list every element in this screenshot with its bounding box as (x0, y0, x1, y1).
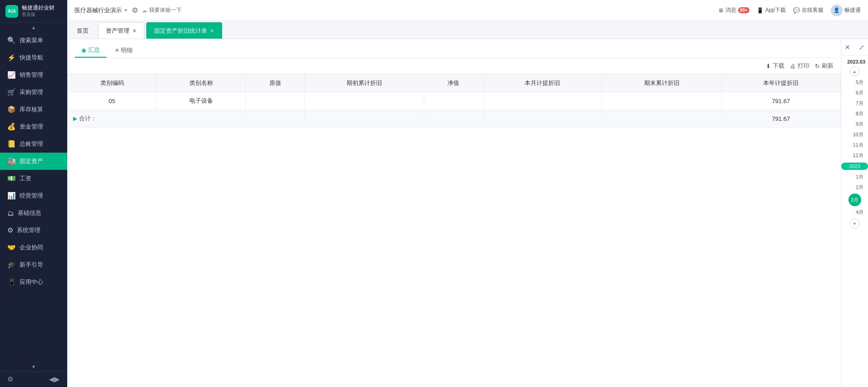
timeline-month-8[interactable]: 8月 (841, 109, 868, 119)
summary-tab-label: 汇总 (88, 46, 100, 54)
sidebar-item-ledger[interactable]: 📒 总账管理 (0, 135, 67, 153)
table-row: 05 电子设备 791.67 (68, 92, 841, 110)
timeline-year-badge[interactable]: 2023 (841, 163, 868, 170)
total-expand-icon[interactable]: ▶ (73, 115, 77, 122)
sidebar-nav: 🔍 搜索菜单 ⚡ 快捷导航 📈 销售管理 🛒 采购管理 📦 库存核算 💰 资金管… (0, 32, 67, 362)
notification-badge: 99+ (738, 7, 749, 13)
timeline-month-2[interactable]: 2月 (841, 182, 868, 193)
app-download-btn[interactable]: 📱 App下载 (757, 6, 786, 14)
user-menu[interactable]: 👤 畅捷通 (831, 5, 861, 16)
total-row: ▶ 合计： 791.67 (68, 110, 841, 128)
avatar: 👤 (831, 5, 843, 16)
sidebar: AtA 畅捷通好业财 普及版 ▲ 🔍 搜索菜单 ⚡ 快捷导航 📈 销售管理 🛒 … (0, 0, 67, 387)
sidebar-item-app-center[interactable]: 📱 应用中心 (0, 273, 67, 291)
timeline-month-4[interactable]: 4月 (841, 207, 868, 218)
sidebar-item-operations[interactable]: 📊 经营管理 (0, 187, 67, 204)
company-selector[interactable]: 医疗器械行业演示 ▼ (74, 6, 128, 15)
panel-close-icon[interactable]: ✕ (845, 44, 850, 51)
timeline-month-9[interactable]: 9月 (841, 119, 868, 129)
asset-tab-close-icon[interactable]: ✕ (132, 28, 137, 34)
sidebar-scroll-up[interactable]: ▲ (0, 23, 67, 32)
cloud-experience-btn[interactable]: ☁ 我要体验一下 (142, 6, 182, 14)
col-header-period-end-acc-dep: 期末累计折旧 (602, 74, 721, 92)
sub-tabs: ◉ 汇总 ≡ 明细 (67, 39, 841, 58)
tab-depreciation[interactable]: 固定资产折旧统计表 ✕ (146, 22, 222, 39)
sidebar-item-inventory[interactable]: 📦 库存核算 (0, 101, 67, 118)
sidebar-item-label: 工资 (20, 174, 31, 183)
panel-expand-icon[interactable]: ⤢ (859, 44, 864, 51)
col-header-annual-dep: 本年计提折旧 (721, 74, 840, 92)
sidebar-item-fixed-assets[interactable]: 🏭 固定资产 (0, 153, 67, 170)
company-name: 医疗器械行业演示 (74, 6, 122, 15)
sidebar-item-purchase[interactable]: 🛒 采购管理 (0, 84, 67, 101)
sidebar-item-payroll[interactable]: 💵 工资 (0, 170, 67, 187)
fixed-assets-icon: 🏭 (7, 157, 16, 165)
total-label: ▶ 合计： (68, 110, 246, 128)
sidebar-item-finance[interactable]: 💰 资金管理 (0, 118, 67, 135)
sidebar-item-sales[interactable]: 📈 销售管理 (0, 66, 67, 84)
online-service-btn[interactable]: 💬 在线客服 (793, 6, 823, 14)
sidebar-item-label: 总账管理 (20, 140, 43, 148)
timeline-month-6[interactable]: 6月 (841, 88, 868, 98)
right-panel: ✕ ⤢ 2023.03 ▲ 5月 6月 7月 8月 9月 10月 11月 12月… (841, 39, 868, 387)
sidebar-item-label: 采购管理 (20, 88, 43, 96)
row-annual-dep: 791.67 (721, 92, 840, 110)
sidebar-item-label: 经营管理 (20, 192, 43, 200)
sidebar-item-search[interactable]: 🔍 搜索菜单 (0, 32, 67, 49)
sidebar-item-guide[interactable]: 🎓 新手引导 (0, 256, 67, 273)
cloud-icon: ☁ (142, 7, 147, 14)
sidebar-item-basic-info[interactable]: 🗂 基础信息 (0, 204, 67, 222)
settings-icon[interactable]: ⚙ (7, 375, 13, 383)
notification-btn[interactable]: 🖥 消息 99+ (718, 6, 749, 14)
row-net-value (424, 92, 483, 110)
notification-icon: 🖥 (718, 7, 724, 14)
sidebar-item-system[interactable]: ⚙ 系统管理 (0, 222, 67, 239)
sidebar-item-collab[interactable]: 🤝 企业协同 (0, 239, 67, 256)
sidebar-bottom: ⚙ ◀▶ (0, 371, 67, 387)
sidebar-item-label: 基础信息 (18, 209, 41, 217)
sidebar-item-label: 系统管理 (17, 226, 40, 234)
sidebar-item-label: 应用中心 (20, 278, 43, 286)
user-name: 畅捷通 (844, 6, 861, 14)
topbar-left: 医疗器械行业演示 ▼ ⚙ ☁ 我要体验一下 (74, 6, 182, 15)
refresh-icon: ↻ (815, 63, 820, 69)
total-monthly-dep (483, 110, 602, 128)
timeline-month-5[interactable]: 5月 (841, 77, 868, 88)
sidebar-item-quick-nav[interactable]: ⚡ 快捷导航 (0, 49, 67, 66)
refresh-button[interactable]: ↻ 刷新 (815, 62, 833, 70)
page-content: ◉ 汇总 ≡ 明细 ⬇ 下载 🖨 打印 ↻ (67, 39, 841, 387)
timeline-month-10[interactable]: 10月 (841, 129, 868, 140)
topbar-right: 🖥 消息 99+ 📱 App下载 💬 在线客服 👤 畅捷通 (718, 5, 861, 16)
print-button[interactable]: 🖨 打印 (790, 62, 809, 70)
row-monthly-dep (483, 92, 602, 110)
timeline-month-7[interactable]: 7月 (841, 98, 868, 109)
timeline-month-1[interactable]: 1月 (841, 172, 868, 182)
detail-icon: ≡ (115, 47, 119, 54)
timeline-month-11[interactable]: 11月 (841, 140, 868, 150)
depreciation-table: 类别编码 类别名称 原值 期初累计折旧 净值 本月计提折旧 期末累计折旧 本年计… (67, 74, 841, 128)
timeline-next-btn[interactable]: ▼ (850, 218, 860, 228)
row-name: 电子设备 (157, 92, 246, 110)
sidebar-item-label: 库存核算 (20, 105, 43, 114)
sub-tab-summary[interactable]: ◉ 汇总 (74, 43, 107, 58)
timeline-prev-btn[interactable]: ▲ (850, 66, 860, 76)
finance-icon: 💰 (7, 123, 16, 131)
collapse-icon[interactable]: ◀▶ (49, 375, 60, 383)
row-code: 05 (68, 92, 157, 110)
timeline-month-12[interactable]: 12月 (841, 150, 868, 161)
sub-tab-detail[interactable]: ≡ 明细 (109, 43, 139, 58)
col-header-monthly-dep: 本月计提折旧 (483, 74, 602, 92)
tab-home[interactable]: 首页 (69, 22, 96, 39)
sidebar-scroll-down[interactable]: ▼ (0, 362, 67, 371)
table-wrapper: 类别编码 类别名称 原值 期初累计折旧 净值 本月计提折旧 期末累计折旧 本年计… (67, 74, 841, 387)
tab-asset-mgmt[interactable]: 资产管理 ✕ (98, 22, 144, 39)
guide-icon: 🎓 (7, 261, 16, 269)
depreciation-tab-close-icon[interactable]: ✕ (210, 28, 214, 34)
timeline-month-3-active[interactable]: 3月 (848, 194, 861, 206)
download-button[interactable]: ⬇ 下载 (766, 62, 784, 70)
total-period-end-acc-dep (602, 110, 721, 128)
inventory-icon: 📦 (7, 105, 16, 114)
payroll-icon: 💵 (7, 174, 16, 183)
topbar-settings-icon[interactable]: ⚙ (132, 6, 138, 15)
depreciation-tab-label: 固定资产折旧统计表 (154, 27, 207, 35)
